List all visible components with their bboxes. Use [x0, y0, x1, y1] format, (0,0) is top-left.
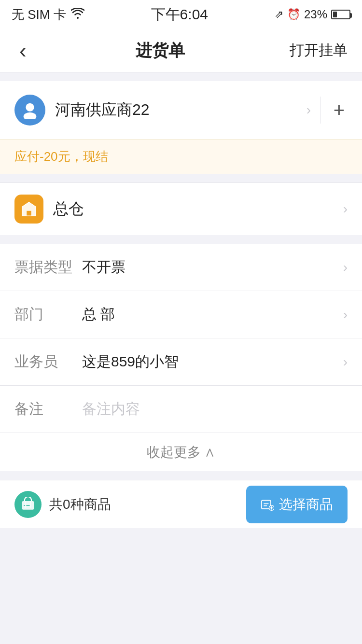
wifi-icon — [71, 7, 84, 22]
svg-point-5 — [30, 510, 32, 512]
select-product-label: 选择商品 — [279, 495, 333, 514]
remark-row[interactable]: 备注 备注内容 — [0, 385, 362, 433]
salesperson-value: 这是859的小智 — [82, 352, 343, 372]
svg-rect-2 — [27, 211, 31, 216]
warehouse-icon-container — [14, 195, 43, 224]
cart-icon — [20, 497, 36, 512]
battery-percent: 23% — [304, 8, 327, 21]
department-row[interactable]: 部门 总 部 › — [0, 291, 362, 338]
info-banner: 应付-20元，现结 — [0, 139, 362, 174]
remark-placeholder: 备注内容 — [82, 399, 348, 419]
warehouse-chevron-icon: › — [343, 201, 348, 217]
warehouse-icon — [21, 201, 37, 217]
location-icon: ⇗ — [275, 8, 283, 21]
nav-bar: ‹ 进货单 打开挂单 — [0, 29, 362, 72]
bottom-bar: 共0种商品 选择商品 — [0, 480, 362, 528]
status-time: 下午6:04 — [151, 5, 208, 25]
add-supplier-button[interactable]: + — [320, 97, 348, 124]
supplier-chevron-icon: › — [306, 102, 311, 118]
invoice-type-label: 票据类型 — [14, 257, 82, 277]
divider-2 — [0, 174, 362, 182]
salesperson-label: 业务员 — [14, 352, 82, 372]
department-chevron: › — [343, 307, 348, 322]
warehouse-row[interactable]: 总仓 › — [0, 182, 362, 235]
supplier-avatar — [14, 95, 45, 126]
select-product-icon — [261, 498, 274, 511]
department-value: 总 部 — [82, 305, 343, 324]
supplier-section: 河南供应商22 › + 应付-20元，现结 — [0, 81, 362, 174]
invoice-type-row[interactable]: 票据类型 不开票 › — [0, 244, 362, 291]
invoice-type-value: 不开票 — [82, 257, 343, 277]
divider-3 — [0, 235, 362, 244]
product-count-text: 共0种商品 — [49, 495, 246, 514]
remark-label: 备注 — [14, 399, 82, 419]
collapse-more-button[interactable]: 收起更多 ∧ — [0, 433, 362, 471]
warehouse-name: 总仓 — [53, 198, 343, 220]
info-banner-text: 应付-20元，现结 — [14, 149, 108, 164]
supplier-row[interactable]: 河南供应商22 › + — [0, 81, 362, 139]
select-product-button[interactable]: 选择商品 — [246, 486, 348, 523]
alarm-icon: ⏰ — [287, 8, 300, 21]
person-icon — [21, 101, 39, 119]
open-pending-button[interactable]: 打开挂单 — [290, 41, 348, 60]
salesperson-row[interactable]: 业务员 这是859的小智 › — [0, 338, 362, 385]
svg-point-4 — [25, 510, 27, 512]
back-button[interactable]: ‹ — [14, 34, 31, 68]
svg-point-0 — [26, 103, 34, 112]
gray-area — [0, 528, 362, 644]
invoice-type-chevron: › — [343, 260, 348, 275]
status-right: ⇗ ⏰ 23% — [275, 8, 350, 21]
carrier-text: 无 SIM 卡 — [12, 6, 66, 23]
status-bar: 无 SIM 卡 下午6:04 ⇗ ⏰ 23% — [0, 0, 362, 29]
product-count-icon-container — [14, 491, 42, 518]
salesperson-chevron: › — [343, 354, 348, 370]
svg-point-1 — [24, 112, 37, 119]
form-section: 票据类型 不开票 › 部门 总 部 › 业务员 这是859的小智 › 备注 备注… — [0, 244, 362, 471]
divider-1 — [0, 72, 362, 81]
collapse-more-label: 收起更多 ∧ — [147, 443, 216, 462]
page-title: 进货单 — [136, 40, 185, 62]
department-label: 部门 — [14, 305, 82, 324]
status-carrier: 无 SIM 卡 — [12, 6, 84, 23]
battery-icon — [331, 10, 350, 19]
supplier-name: 河南供应商22 — [55, 99, 306, 121]
